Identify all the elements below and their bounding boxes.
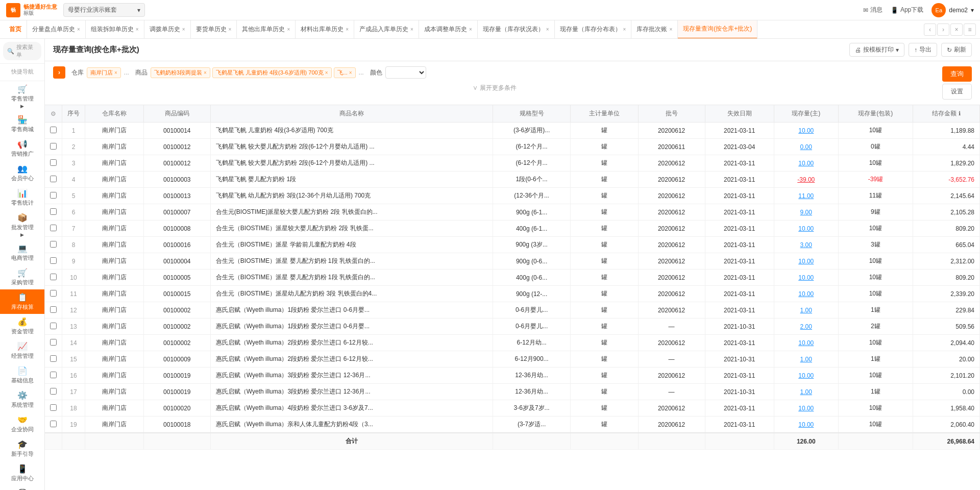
tab-next-button[interactable]: › — [937, 23, 949, 36]
row-checkbox-3[interactable] — [50, 176, 57, 182]
cell-checkbox-0[interactable] — [45, 122, 62, 139]
sidebar-item-sys-mgmt[interactable]: ⚙️ 系统管理 — [0, 387, 44, 412]
row-checkbox-4[interactable] — [50, 192, 57, 199]
cell-checkbox-12[interactable] — [45, 318, 62, 335]
qty-main-link-16[interactable]: 1.00 — [800, 388, 812, 396]
qty-main-link-18[interactable]: 10.00 — [798, 421, 814, 428]
tab-close-all-button[interactable]: × — [950, 23, 963, 36]
info-icon[interactable]: ℹ — [959, 110, 961, 116]
qty-main-link-12[interactable]: 2.00 — [800, 323, 812, 330]
cell-checkbox-4[interactable] — [45, 188, 62, 204]
row-checkbox-8[interactable] — [50, 257, 57, 264]
product-tag-close-2[interactable]: × — [349, 70, 352, 76]
tab-close-cost-adjust[interactable]: × — [469, 27, 472, 32]
tab-require[interactable]: 要货单历史 × — [191, 20, 237, 39]
tab-split[interactable]: 分量盘点单历史 × — [27, 20, 86, 39]
cell-checkbox-18[interactable] — [45, 416, 62, 433]
cell-checkbox-3[interactable] — [45, 172, 62, 188]
row-checkbox-17[interactable] — [50, 404, 57, 411]
tab-close-other-out[interactable]: × — [287, 27, 290, 32]
industry-selector[interactable]: 母婴行业演示账套 ▾ — [63, 3, 145, 17]
tab-close-adjust[interactable]: × — [182, 27, 185, 32]
tab-cost-adjust[interactable]: 成本调整单历史 × — [419, 20, 478, 39]
query-button[interactable]: 查询 — [942, 66, 972, 82]
color-select[interactable] — [385, 66, 426, 79]
tab-prev-button[interactable]: ‹ — [924, 23, 936, 36]
qty-main-link-13[interactable]: 10.00 — [798, 339, 814, 347]
tab-close-batch-ledger[interactable]: × — [669, 27, 672, 32]
user-area[interactable]: Ea demo2 ▾ — [932, 3, 974, 17]
sidebar-item-member[interactable]: 👥 会员中心 — [0, 161, 44, 185]
tab-other-out[interactable]: 其他出库单历史 × — [237, 20, 296, 39]
sidebar-item-retail-stats[interactable]: 📊 零售统计 — [0, 185, 44, 210]
product-tag-close-0[interactable]: × — [204, 70, 207, 76]
warehouse-more[interactable]: ... — [124, 69, 129, 76]
tab-more-button[interactable]: ≡ — [964, 23, 976, 36]
cell-checkbox-15[interactable] — [45, 368, 62, 384]
table-settings-icon[interactable]: ⚙ — [51, 110, 56, 117]
cell-checkbox-11[interactable] — [45, 302, 62, 318]
qty-main-link-4[interactable]: 11.00 — [798, 192, 814, 200]
sidebar-item-purchase[interactable]: 🛒 采购管理 — [0, 265, 44, 289]
qty-main-link-11[interactable]: 1.00 — [800, 307, 812, 314]
tab-product-in[interactable]: 产成品入库单历史 × — [354, 20, 419, 39]
expand-more-button[interactable]: ∨ 展开更多条件 — [53, 81, 936, 92]
cell-checkbox-5[interactable] — [45, 204, 62, 220]
qty-main-link-10[interactable]: 10.00 — [798, 290, 814, 298]
qty-main-link-2[interactable]: 10.00 — [798, 160, 814, 167]
cell-checkbox-10[interactable] — [45, 286, 62, 302]
message-button[interactable]: ✉ 消息 — [863, 6, 883, 14]
cell-checkbox-7[interactable] — [45, 237, 62, 253]
sidebar-item-biz-mgmt[interactable]: 📈 经营管理 — [0, 338, 44, 363]
sidebar-item-finance[interactable]: 💰 资金管理 — [0, 314, 44, 338]
cell-checkbox-1[interactable] — [45, 139, 62, 155]
sidebar-item-retail-mgmt[interactable]: 🛒 零售管理 ▶ — [0, 81, 44, 112]
product-tag-close-1[interactable]: × — [325, 70, 328, 76]
cell-checkbox-9[interactable] — [45, 270, 62, 286]
tab-close-inventory-dist[interactable]: × — [623, 27, 626, 32]
row-checkbox-18[interactable] — [50, 421, 57, 427]
qty-main-link-1[interactable]: 0.00 — [800, 143, 812, 151]
qty-main-link-6[interactable]: 10.00 — [798, 225, 814, 232]
sidebar-item-app-center[interactable]: 📱 应用中心 — [0, 461, 44, 485]
tab-close-dismantle[interactable]: × — [136, 27, 139, 32]
qty-main-link-5[interactable]: 9.00 — [800, 209, 812, 216]
tab-adjust[interactable]: 调拨单历史 × — [144, 20, 191, 39]
row-checkbox-1[interactable] — [50, 143, 57, 150]
row-checkbox-6[interactable] — [50, 225, 57, 231]
tab-close-split[interactable]: × — [77, 27, 80, 32]
tab-batch-ledger[interactable]: 库存批次账 × — [631, 20, 678, 39]
row-checkbox-13[interactable] — [50, 339, 57, 346]
qty-main-link-7[interactable]: 3.00 — [800, 241, 812, 249]
cell-checkbox-17[interactable] — [45, 400, 62, 416]
sidebar-search-input[interactable]: 🔍 搜索菜单 — [3, 42, 41, 60]
tab-home[interactable]: 首页 — [4, 20, 27, 39]
tab-current[interactable]: 现存量查询(按仓库+批次) — [678, 20, 757, 39]
cell-checkbox-16[interactable] — [45, 384, 62, 400]
row-checkbox-0[interactable] — [50, 127, 57, 133]
product-more[interactable]: ... — [359, 69, 364, 76]
sidebar-item-ecommerce[interactable]: 💻 电商管理 — [0, 240, 44, 265]
cell-checkbox-6[interactable] — [45, 220, 62, 237]
sidebar-item-inventory[interactable]: 📋 库存核算 — [0, 289, 44, 314]
export-button[interactable]: ↑ 导出 — [909, 43, 937, 57]
row-checkbox-14[interactable] — [50, 355, 57, 362]
warehouse-tag-close-0[interactable]: × — [114, 70, 117, 76]
qty-main-link-8[interactable]: 10.00 — [798, 258, 814, 265]
app-download-button[interactable]: 📱 App下载 — [891, 6, 923, 14]
sidebar-item-retail-shop[interactable]: 🏪 零售商城 — [0, 112, 44, 136]
qty-main-link-17[interactable]: 10.00 — [798, 405, 814, 412]
row-checkbox-2[interactable] — [50, 159, 57, 166]
sidebar-item-marketing[interactable]: 📢 营销推广 — [0, 136, 44, 161]
tab-close-product-in[interactable]: × — [410, 27, 413, 32]
sidebar-item-new-guide[interactable]: 🎓 新手引导 — [0, 436, 44, 461]
tab-close-require[interactable]: × — [229, 27, 232, 32]
row-checkbox-9[interactable] — [50, 274, 57, 280]
print-button[interactable]: 🖨 按模板打印 ▾ — [849, 43, 904, 57]
row-checkbox-16[interactable] — [50, 388, 57, 395]
qty-main-link-15[interactable]: 10.00 — [798, 372, 814, 379]
tab-close-material-out[interactable]: × — [346, 27, 349, 32]
sidebar-item-basic-info[interactable]: 📄 基础信息 — [0, 363, 44, 387]
settings-button[interactable]: 设置 — [942, 84, 972, 100]
tab-close-inventory-status[interactable]: × — [546, 27, 549, 32]
